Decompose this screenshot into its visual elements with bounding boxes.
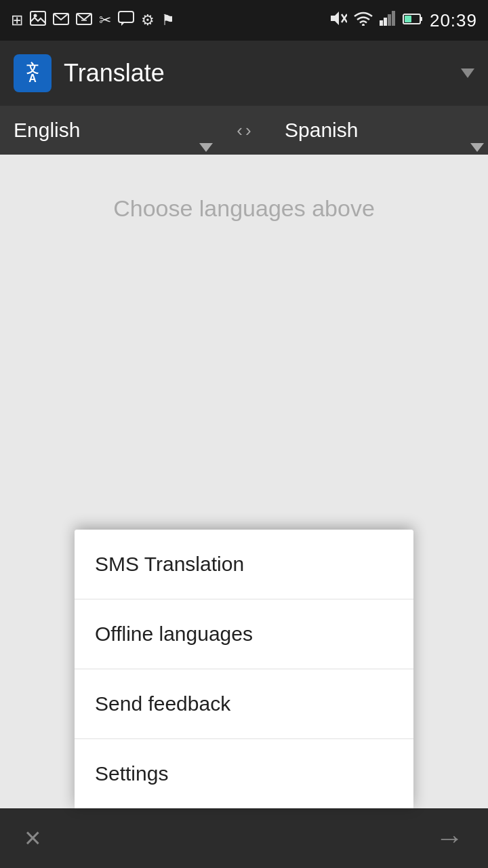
menu-item-send-feedback[interactable]: Send feedback [75,669,413,739]
plus-icon: ⊞ [11,12,23,29]
toolbar-dropdown-arrow-icon[interactable] [461,68,474,78]
svg-point-10 [362,24,365,26]
bottom-bar: × → [0,808,488,868]
svg-rect-11 [380,20,383,26]
mute-icon [329,10,347,31]
svg-rect-0 [30,12,45,25]
language-bar: English ‹ › Spanish [0,106,488,155]
toolbar: 文 A Translate [0,41,488,106]
mail-icon [53,12,69,29]
svg-rect-16 [405,16,411,22]
svg-rect-5 [119,12,134,22]
swap-left-chevron-icon: ‹ [237,120,243,141]
svg-rect-13 [388,14,391,26]
scissors-icon: ✂ [99,12,111,29]
mail-alt-icon [76,12,92,29]
swap-right-chevron-icon: › [245,120,251,141]
swap-languages-button[interactable]: ‹ › [217,106,271,155]
svg-marker-7 [331,12,339,25]
svg-rect-12 [384,18,387,26]
status-bar-left-icons: ⊞ ✂ [11,11,175,30]
svg-point-1 [34,14,37,18]
app-icon: 文 A [14,54,52,92]
content-placeholder: Choose languages above [113,195,375,222]
svg-rect-14 [392,11,395,26]
chat-icon [118,11,134,30]
source-language-selector[interactable]: English [0,106,217,155]
svg-rect-17 [420,17,422,21]
target-language-label: Spanish [285,119,358,142]
source-language-label: English [14,119,80,142]
flag-icon: ⚑ [161,12,175,29]
source-language-dropdown-icon [199,143,213,152]
app-icon-a-char: A [28,73,37,84]
steam-icon: ⚙ [141,12,155,29]
signal-icon [380,11,396,30]
menu-item-sms-translation[interactable]: SMS Translation [75,530,413,599]
wifi-icon [354,11,373,30]
menu-item-offline-languages[interactable]: Offline languages [75,599,413,669]
close-button[interactable]: × [24,822,41,854]
target-language-dropdown-icon [470,143,484,152]
battery-icon [403,12,423,29]
image-icon [30,11,46,30]
status-bar-right-icons: 20:39 [329,10,477,31]
overflow-menu: SMS Translation Offline languages Send f… [75,530,413,808]
status-time: 20:39 [430,10,477,31]
forward-button[interactable]: → [435,822,464,854]
app-title: Translate [64,59,449,87]
menu-item-settings[interactable]: Settings [75,739,413,808]
status-bar: ⊞ ✂ [0,0,488,41]
target-language-selector[interactable]: Spanish [271,106,488,155]
svg-marker-6 [121,22,125,26]
